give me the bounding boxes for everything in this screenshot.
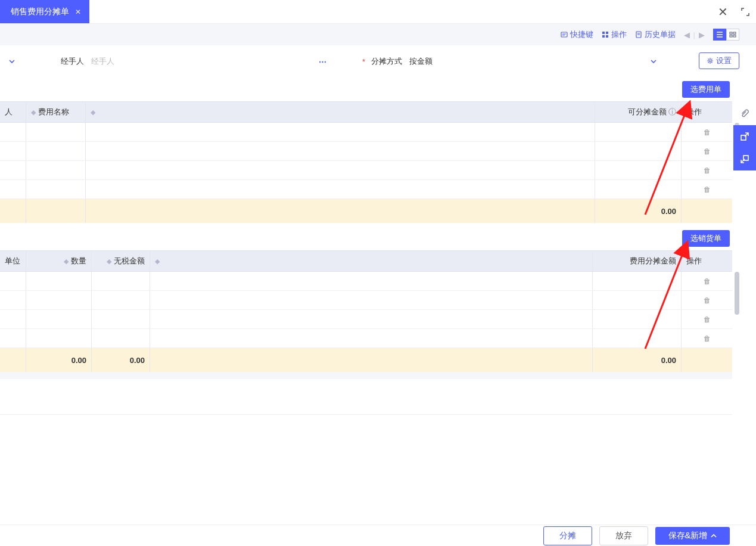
divider: | — [693, 30, 695, 39]
svg-rect-3 — [602, 35, 605, 38]
fee-alloc-total: 0.00 — [598, 356, 676, 365]
th-op2: 操作 — [681, 251, 732, 271]
allocate-button[interactable]: 分摊 — [543, 526, 592, 545]
fee-table: 人 ◆费用名称 ◆ 可分摊金额ⓘ 操作 🗑 🗑 🗑 🗑 0.00 — [0, 101, 732, 223]
window-close-button[interactable]: ✕ — [711, 0, 735, 24]
save-and-new-button[interactable]: 保存&新增 — [655, 527, 730, 545]
discard-button[interactable]: 放弃 — [599, 526, 648, 545]
shortcut-label: 快捷键 — [570, 29, 593, 40]
tab-title: 销售费用分摊单 — [11, 7, 69, 17]
trash-icon[interactable]: 🗑 — [704, 315, 711, 324]
footer-bar: 分摊 放弃 保存&新增 — [0, 525, 756, 546]
history-nav: ◀ | ▶ — [684, 30, 705, 39]
section-divider — [0, 372, 732, 379]
th-person-label: 人 — [5, 107, 13, 117]
trash-icon[interactable]: 🗑 — [704, 147, 711, 156]
help-icon[interactable]: ⓘ — [668, 107, 676, 117]
fee-table-footer: 0.00 — [0, 199, 732, 223]
tab-active[interactable]: 销售费用分摊单 ✕ — [0, 0, 89, 23]
svg-rect-6 — [730, 32, 732, 34]
table2-scrollbar[interactable] — [735, 272, 739, 315]
table-row[interactable]: 🗑 — [0, 310, 732, 329]
th-fee-name-label: 费用名称 — [38, 107, 69, 117]
table-row[interactable]: 🗑 — [0, 329, 732, 348]
table-row[interactable]: 🗑 — [0, 180, 732, 199]
sort-icon: ◆ — [155, 258, 160, 265]
handler-label: 经手人 — [61, 56, 84, 67]
svg-rect-1 — [602, 32, 605, 34]
th-notax-label: 无税金额 — [114, 256, 145, 266]
table-row[interactable]: 🗑 — [0, 123, 732, 142]
empty-panel — [0, 379, 732, 415]
tab-close-icon[interactable]: ✕ — [75, 8, 81, 16]
qty-total: 0.00 — [31, 356, 86, 365]
required-asterisk: * — [362, 57, 365, 66]
notax-total: 0.00 — [97, 356, 145, 365]
chevron-up-icon — [711, 533, 717, 539]
chevron-down-icon[interactable] — [650, 58, 657, 65]
trash-icon[interactable]: 🗑 — [704, 128, 711, 136]
leading-caret-icon[interactable] — [5, 58, 19, 65]
svg-rect-8 — [730, 35, 732, 37]
method-value: 按金额 — [409, 56, 433, 67]
fee-table-head: 人 ◆费用名称 ◆ 可分摊金额ⓘ 操作 — [0, 101, 732, 123]
settings-label: 设置 — [716, 55, 732, 66]
th-notax[interactable]: ◆无税金额 — [92, 251, 150, 271]
next-icon[interactable]: ▶ — [699, 30, 705, 39]
sort-icon: ◆ — [64, 258, 69, 265]
sales-table-head: 单位 ◆数量 ◆无税金额 ◆ 费用分摊金额 操作 — [0, 250, 732, 272]
fullscreen-icon[interactable] — [735, 0, 756, 24]
th-unit[interactable]: 单位 — [0, 251, 26, 271]
handler-field: 经手人 经手人 ⋯ — [61, 53, 332, 70]
operate-label: 操作 — [611, 29, 627, 40]
th-op2-label: 操作 — [686, 256, 702, 266]
th-spacer2[interactable]: ◆ — [150, 251, 593, 271]
trash-icon[interactable]: 🗑 — [704, 334, 711, 343]
method-label: 分摊方式 — [371, 56, 402, 67]
method-field: * 分摊方式 按金额 — [362, 53, 657, 70]
table-row[interactable]: 🗑 — [0, 291, 732, 310]
th-spacer[interactable]: ◆ — [86, 102, 595, 122]
table2-actions: 选销货单 — [0, 227, 756, 250]
th-qty-label: 数量 — [71, 256, 86, 266]
history-label: 历史单据 — [645, 29, 676, 40]
sales-table-footer: 0.00 0.00 0.00 — [0, 348, 732, 372]
attachment-icon[interactable] — [733, 103, 756, 125]
svg-point-10 — [709, 60, 711, 62]
trash-icon[interactable]: 🗑 — [704, 296, 711, 305]
side-rail — [733, 25, 756, 170]
shortcut-link[interactable]: 快捷键 — [561, 29, 593, 40]
prev-icon[interactable]: ◀ — [684, 30, 690, 39]
layout-list-icon[interactable] — [713, 29, 726, 41]
th-person-trunc[interactable]: 人 — [0, 102, 26, 122]
handler-picker-icon[interactable]: ⋯ — [314, 57, 332, 66]
table-row[interactable]: 🗑 — [0, 161, 732, 180]
table-row[interactable]: 🗑 — [0, 142, 732, 161]
table1-actions: 选费用单 — [0, 77, 756, 101]
th-fee-name[interactable]: ◆费用名称 — [26, 102, 86, 122]
sort-icon: ◆ — [107, 258, 111, 265]
th-alloc-amount[interactable]: 可分摊金额ⓘ — [595, 102, 681, 122]
expand-in-icon[interactable] — [733, 148, 756, 170]
svg-rect-0 — [561, 32, 567, 37]
table-row[interactable]: 🗑 — [0, 272, 732, 291]
th-fee-alloc-label: 费用分摊金额 — [630, 256, 676, 266]
svg-rect-2 — [606, 32, 608, 34]
th-op: 操作 — [681, 102, 732, 122]
fee-total: 0.00 — [600, 207, 676, 216]
history-link[interactable]: 历史单据 — [635, 29, 676, 40]
th-unit-label: 单位 — [5, 256, 20, 266]
trash-icon[interactable]: 🗑 — [704, 185, 711, 194]
th-fee-alloc[interactable]: 费用分摊金额 — [593, 251, 681, 271]
select-fee-bill-button[interactable]: 选费用单 — [682, 81, 730, 98]
method-select[interactable]: 按金额 — [407, 53, 645, 70]
th-qty[interactable]: ◆数量 — [26, 251, 92, 271]
trash-icon[interactable]: 🗑 — [704, 166, 711, 175]
expand-out-icon[interactable] — [733, 125, 756, 148]
handler-input[interactable]: 经手人 — [89, 53, 309, 70]
sort-icon: ◆ — [91, 109, 95, 116]
svg-rect-4 — [606, 35, 608, 38]
operate-link[interactable]: 操作 — [602, 29, 627, 40]
trash-icon[interactable]: 🗑 — [704, 277, 711, 286]
select-sales-bill-button[interactable]: 选销货单 — [682, 230, 730, 247]
